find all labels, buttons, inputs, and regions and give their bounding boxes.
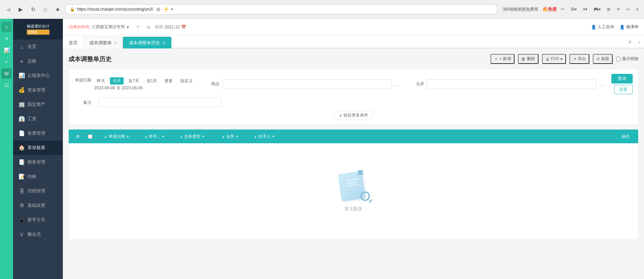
date-btn-7days[interactable]: 近7天 (126, 77, 142, 85)
warehouse-sort-up-icon: ▲ (222, 135, 225, 138)
url-bar[interactable]: 🔒 https://cloud.chanjet.com/accounting/u… (65, 4, 498, 14)
tab-more-button[interactable]: ≡ (634, 36, 644, 48)
company-selector[interactable]: (勿删勿禁用) 江西服宝测试专用 ▾ (68, 24, 129, 30)
empty-illustration (336, 171, 371, 202)
top-bar: (勿删勿禁用) 江西服宝测试专用 ▾ + ⊕ 账期 2021-10 📅 👤 人工… (63, 19, 644, 35)
add-company-button[interactable]: + (133, 22, 143, 32)
sidebar-item-general-ledger[interactable]: ≡ 总账 (13, 54, 63, 68)
forward-button[interactable]: ▶ (16, 4, 25, 14)
collapse-button[interactable]: ∧ 收起更多条件 (334, 111, 373, 120)
tab-cost-adj-close[interactable]: ✕ (114, 41, 117, 45)
th-voucher[interactable]: ▲ 单号... ▼ (137, 134, 172, 140)
tab-close-all-button[interactable]: ✕ (625, 36, 634, 48)
hot-search-badge[interactable]: 🔥热搜 (542, 6, 557, 12)
strip-ledger[interactable]: ≡ (1, 33, 12, 44)
ledger-icon: ≡ (19, 58, 25, 64)
th-settings[interactable]: ⚙ (71, 134, 84, 139)
app-wrapper: ⌂ ≡ 📊 ✓ W ☑ 畅捷通好会计 旗舰版 ⌂ 首页 ≡ 总账 📊 云报表中心… (0, 19, 644, 279)
sidebar-item-cloud-reports[interactable]: 📊 云报表中心 (13, 68, 63, 83)
strip-weibo[interactable]: W (1, 68, 12, 79)
date-btn-yesterday[interactable]: 昨天 (94, 77, 108, 85)
calendar-icon[interactable]: 📅 (181, 25, 186, 30)
refresh-button[interactable]: ↺ 刷新 (593, 54, 613, 64)
game-tool[interactable]: 🎮▾ (591, 6, 603, 12)
th-handler[interactable]: ▲ 经手人 ▼ (247, 134, 282, 140)
bookmark-button[interactable]: ★ (53, 4, 63, 14)
sidebar-item-membership[interactable]: V 畅会员 (13, 227, 63, 242)
query-button[interactable]: 查询 (611, 74, 633, 83)
th-date[interactable]: ▲ 单据日期 ▼ (96, 134, 137, 140)
goods-more-icon[interactable]: … (395, 81, 400, 87)
tab-home-label: 首页 (69, 40, 78, 46)
th-checkbox[interactable] (84, 134, 96, 139)
strip-check2[interactable]: ☑ (1, 80, 12, 90)
th-biz-type[interactable]: ▲ 业务类型 ▼ (172, 134, 213, 140)
export-label: 导出 (578, 56, 586, 62)
goods-input[interactable] (222, 79, 392, 89)
search-tool[interactable]: 360智能抠图免费用 (500, 6, 540, 13)
date-btn-custom[interactable]: 自定义 (178, 77, 195, 85)
fund-icon: 💰 (19, 87, 25, 93)
sidebar-item-new-guide[interactable]: 📱 新手引导 (13, 213, 63, 227)
sidebar-item-closing[interactable]: 📝 结账 (13, 169, 63, 184)
date-btn-1month[interactable]: 近1月 (144, 77, 160, 85)
sidebar-item-fund-mgmt[interactable]: 💰 资金管理 (13, 83, 63, 97)
sidebar-item-archive-mgmt[interactable]: 🗄 归档管理 (13, 184, 63, 198)
sidebar-label-tax: 税务管理 (27, 159, 45, 165)
refresh-label: 刷新 (601, 56, 609, 62)
browser-lightning-icon: ⚡ (163, 7, 169, 12)
tab-home[interactable]: 首页 (63, 37, 83, 48)
customer-service-button[interactable]: 👤 人工咨询 (591, 24, 614, 30)
menu-tool[interactable]: ≡ (634, 6, 641, 12)
tax-icon: 📑 (19, 159, 25, 165)
tab-cost-adj-history[interactable]: 成本调整单历史 ✕ (123, 37, 171, 48)
remarks-input[interactable] (98, 98, 222, 107)
new-button[interactable]: ＋ + 新增 (490, 54, 515, 64)
th-warehouse[interactable]: ▲ 仓库 ▼ (213, 134, 247, 140)
sidebar: 畅捷通好会计 旗舰版 ⌂ 首页 ≡ 总账 📊 云报表中心 💰 资金管理 🏢 固定… (13, 19, 63, 279)
sidebar-item-basic-settings[interactable]: ⚙ 基础设置 (13, 198, 63, 213)
back-button[interactable]: ◀ (3, 4, 13, 14)
strip-chart[interactable]: 📊 (1, 45, 12, 55)
translate-tool[interactable]: 译▾ (568, 6, 579, 13)
scissors-tool[interactable]: ✂ (559, 6, 566, 12)
company-settings-icon[interactable]: ⊕ (147, 24, 151, 30)
user-profile-button[interactable]: 👤 徐泽华 (620, 24, 639, 30)
reports-icon: 📊 (19, 72, 25, 79)
show-columns-checkbox[interactable] (616, 57, 621, 61)
url-text: https://cloud.chanjet.com/accounting/uru… (77, 7, 153, 12)
company-dropdown-icon: ▾ (127, 25, 129, 30)
sidebar-item-inventory[interactable]: 🏠 库存核算 (13, 141, 63, 155)
warehouse-input[interactable] (427, 79, 596, 89)
sidebar-item-fixed-assets[interactable]: 🏢 固定资产 (13, 97, 63, 112)
date-btn-more[interactable]: 更多 (162, 77, 176, 85)
date-btn-today[interactable]: 今天 (110, 77, 124, 85)
warehouse-more-icon[interactable]: … (599, 81, 605, 87)
print-button[interactable]: 🖨 打印 ▾ (542, 54, 566, 64)
delete-button[interactable]: 🗑 删除 (518, 54, 539, 64)
strip-check[interactable]: ✓ (1, 57, 12, 67)
settings-button[interactable]: 设置 (614, 85, 633, 94)
grid-tool[interactable]: ⊞ (605, 6, 612, 12)
strip-home[interactable]: ⌂ (1, 22, 12, 32)
tab-cost-adj[interactable]: 成本调整单 ✕ (83, 37, 123, 48)
warehouse-sort-down-icon: ▼ (235, 135, 239, 138)
sidebar-item-home[interactable]: ⌂ 首页 (13, 40, 63, 54)
sidebar-label-home: 首页 (27, 44, 36, 50)
currency-tool[interactable]: ¥▾ (581, 6, 589, 12)
show-columns-label[interactable]: 显示明细 (616, 56, 639, 62)
filter-panel: 单据日期 昨天 今天 近7天 近1月 更多 自定义 2023-06-06 至 2… (68, 69, 639, 125)
export-button[interactable]: ↗ 导出 (569, 54, 589, 64)
page-area: 成本调整单历史 ＋ + 新增 🗑 删除 🖨 打印 ▾ (63, 48, 644, 279)
tab-cost-adj-history-close[interactable]: ✕ (162, 41, 166, 45)
sun-tool[interactable]: ☀ (614, 6, 622, 12)
undo-tool[interactable]: ↩ (624, 6, 632, 12)
th-actions-label: 操作 (622, 134, 630, 139)
select-all-checkbox[interactable] (88, 134, 92, 139)
sidebar-item-salary[interactable]: 👔 工资 (13, 112, 63, 126)
sidebar-item-invoice-mgmt[interactable]: 📄 发票管理 (13, 126, 63, 141)
refresh-button[interactable]: ↻ (28, 4, 38, 14)
sidebar-item-tax-mgmt[interactable]: 📑 税务管理 (13, 155, 63, 169)
guide-icon: 📱 (19, 217, 25, 223)
home-button[interactable]: ⌂ (41, 4, 50, 14)
